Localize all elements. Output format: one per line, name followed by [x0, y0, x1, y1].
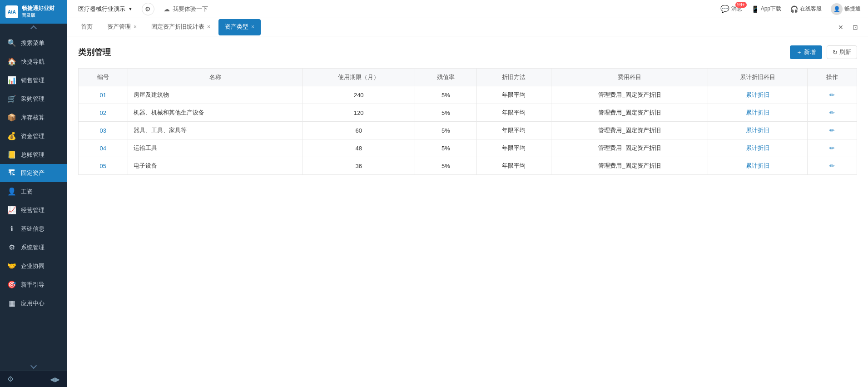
refresh-button[interactable]: ↻ 刷新 [827, 45, 857, 59]
tab-depreciation-report[interactable]: 固定资产折旧统计表 × [145, 19, 217, 35]
col-residual: 残值率 [415, 69, 476, 86]
person-icon: 👤 [833, 6, 840, 12]
target-icon: 🎯 [7, 280, 16, 289]
tab-asset-mgmt[interactable]: 资产管理 × [101, 19, 143, 35]
home-icon: 🏠 [7, 57, 16, 66]
expand-tab-button[interactable]: ⊡ [850, 22, 861, 33]
sidebar-item-inventory[interactable]: 📦 库存核算 [0, 108, 67, 127]
cell-expense: 管理费用_固定资产折旧 [551, 86, 708, 104]
tab-close-icon[interactable]: × [251, 24, 254, 30]
sidebar-item-enterprise[interactable]: 🤝 企业协同 [0, 257, 67, 275]
cell-residual: 5% [415, 139, 476, 157]
box-icon: 📦 [7, 113, 16, 122]
sidebar-item-payroll[interactable]: 👤 工资 [0, 182, 67, 201]
edit-icon[interactable]: ✏ [829, 162, 835, 169]
plus-icon: ＋ [796, 48, 802, 56]
scroll-down-indicator[interactable] [0, 362, 67, 371]
cell-method: 年限平均 [476, 157, 551, 175]
cell-name: 器具、工具、家具等 [128, 122, 303, 139]
sidebar-item-label: 工资 [21, 188, 33, 196]
gear-icon: ⚙ [145, 5, 151, 13]
sidebar-item-fixed-assets[interactable]: 🏗 固定资产 [0, 164, 67, 182]
sidebar-item-label: 搜索菜单 [21, 39, 45, 47]
sidebar-item-label: 企业协同 [21, 262, 45, 270]
tab-asset-type-label: 资产类型 [225, 23, 248, 31]
tab-home-label: 首页 [81, 23, 93, 31]
money-icon: 💰 [7, 132, 16, 140]
cell-period: 60 [303, 122, 415, 139]
sidebar-item-ledger[interactable]: 📒 总账管理 [0, 145, 67, 164]
cell-period: 48 [303, 139, 415, 157]
sidebar-item-guide[interactable]: 🎯 新手引导 [0, 275, 67, 294]
cell-method: 年限平均 [476, 86, 551, 104]
sidebar-item-purchase[interactable]: 🛒 采购管理 [0, 89, 67, 108]
cell-name: 电子设备 [128, 157, 303, 175]
sidebar-item-quick-nav[interactable]: 🏠 快捷导航 [0, 52, 67, 71]
sidebar-logo: AtA 畅捷通好业财 普及版 [0, 0, 67, 24]
cell-method: 年限平均 [476, 122, 551, 139]
sidebar: AtA 畅捷通好业财 普及版 🔍 搜索菜单 🏠 快捷导航 📊 销售管理 🛒 采购… [0, 0, 67, 387]
sidebar-item-system[interactable]: ⚙ 系统管理 [0, 238, 67, 257]
sidebar-item-basic-info[interactable]: ℹ 基础信息 [0, 219, 67, 238]
tab-close-icon[interactable]: × [207, 24, 210, 30]
tab-bar-actions: ✕ ⊡ [835, 22, 861, 33]
online-service-button[interactable]: 🎧 在线客服 [790, 5, 822, 13]
edit-icon[interactable]: ✏ [829, 91, 835, 99]
cell-expense: 管理费用_固定资产折旧 [551, 157, 708, 175]
phone-icon: 📱 [751, 5, 759, 13]
sidebar-item-sales[interactable]: 📊 销售管理 [0, 71, 67, 89]
cell-expense: 管理费用_固定资产折旧 [551, 104, 708, 122]
sidebar-item-label: 采购管理 [21, 95, 45, 103]
sidebar-item-funds[interactable]: 💰 资金管理 [0, 127, 67, 145]
grid-icon: ▦ [7, 299, 16, 308]
user-profile[interactable]: 👤 畅捷通 [831, 3, 861, 15]
experience-button[interactable]: ☁ 我要体验一下 [164, 5, 208, 13]
cell-residual: 5% [415, 104, 476, 122]
book-icon: 📒 [7, 150, 16, 159]
edit-icon[interactable]: ✏ [829, 127, 835, 134]
col-action: 操作 [808, 69, 857, 86]
top-header: 医疗器械行业演示 ▼ ⚙ ☁ 我要体验一下 💬 消息 99+ 📱 App下载 🎧… [67, 0, 868, 18]
table-row: 02 机器、机械和其他生产设备 120 5% 年限平均 管理费用_固定资产折旧 … [79, 104, 857, 122]
page-actions: ＋ 新增 ↻ 刷新 [790, 45, 857, 59]
edit-icon[interactable]: ✏ [829, 109, 835, 116]
sidebar-item-label: 销售管理 [21, 76, 45, 84]
tab-asset-type[interactable]: 资产类型 × [218, 19, 261, 35]
cell-residual: 5% [415, 157, 476, 175]
building-icon: 🏗 [7, 169, 16, 177]
cell-accumulated: 累计折旧 [708, 104, 808, 122]
cell-action: ✏ [808, 122, 857, 139]
trend-icon: 📈 [7, 206, 16, 214]
settings-icon[interactable]: ⚙ [7, 375, 14, 383]
table-row: 05 电子设备 36 5% 年限平均 管理费用_固定资产折旧 累计折旧 ✏ [79, 157, 857, 175]
cell-action: ✏ [808, 139, 857, 157]
cell-residual: 5% [415, 86, 476, 104]
sidebar-item-app-center[interactable]: ▦ 应用中心 [0, 294, 67, 313]
cell-name: 机器、机械和其他生产设备 [128, 104, 303, 122]
tab-home[interactable]: 首页 [74, 19, 99, 35]
app-download-button[interactable]: 📱 App下载 [751, 5, 781, 13]
header-right: 💬 消息 99+ 📱 App下载 🎧 在线客服 👤 畅捷通 [720, 3, 861, 15]
company-selector[interactable]: 医疗器械行业演示 ▼ [74, 3, 136, 15]
sidebar-item-search[interactable]: 🔍 搜索菜单 [0, 34, 67, 52]
tab-asset-mgmt-label: 资产管理 [107, 23, 131, 31]
cell-accumulated: 累计折旧 [708, 139, 808, 157]
close-tab-button[interactable]: ✕ [835, 22, 846, 33]
cell-action: ✏ [808, 86, 857, 104]
edit-icon[interactable]: ✏ [829, 144, 835, 152]
new-button[interactable]: ＋ 新增 [790, 45, 822, 59]
cell-id: 02 [79, 104, 128, 122]
table-row: 04 运输工具 48 5% 年限平均 管理费用_固定资产折旧 累计折旧 ✏ [79, 139, 857, 157]
sidebar-item-label: 应用中心 [21, 299, 45, 308]
chart-icon: 📊 [7, 76, 16, 84]
sidebar-item-label: 资金管理 [21, 132, 45, 140]
settings-button[interactable]: ⚙ [142, 3, 154, 15]
tab-close-icon[interactable]: × [134, 24, 137, 30]
collapse-icon[interactable]: ◀▶ [50, 376, 60, 383]
sidebar-item-ops[interactable]: 📈 经营管理 [0, 201, 67, 219]
cell-residual: 5% [415, 122, 476, 139]
col-name: 名称 [128, 69, 303, 86]
message-button[interactable]: 💬 消息 99+ [720, 5, 742, 13]
gear-nav-icon: ⚙ [7, 243, 16, 252]
cell-period: 240 [303, 86, 415, 104]
